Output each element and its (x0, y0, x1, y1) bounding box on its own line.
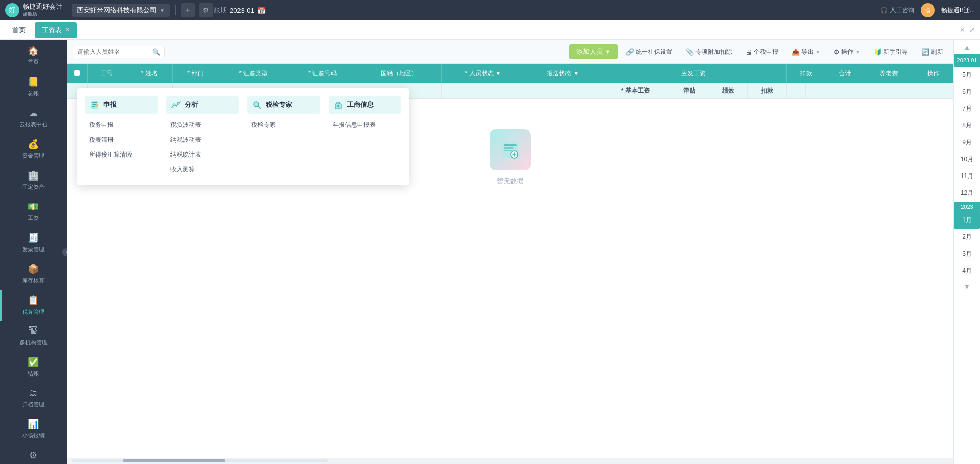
refresh-icon: 🔄 (921, 48, 929, 56)
menu-item-income-calc[interactable]: 收入测算 (166, 162, 239, 177)
menu-item-tax-fluctuation[interactable]: 纳税波动表 (166, 132, 239, 147)
operation-btn[interactable]: ⚙ 操作 ▼ (830, 46, 864, 58)
multi-org-icon: 🏗 (29, 326, 38, 337)
sidebar-item-archive[interactable]: 🗂 归档管理 (0, 383, 67, 413)
sidebar-item-tax[interactable]: 📋 税务管理 (0, 290, 67, 321)
salary-icon: 💵 (28, 201, 39, 212)
guide-toolbar-icon: 🔰 (874, 48, 882, 56)
expert-cat-icon (251, 99, 263, 111)
cal-month-12[interactable]: 12月 (954, 185, 980, 202)
menu-item-tax-expert[interactable]: 税检专家 (247, 118, 320, 132)
menu-item-tax-burden[interactable]: 税负波动表 (166, 118, 239, 132)
sidebar-item-multi-org[interactable]: 🏗 多机构管理 (0, 321, 67, 351)
col-dept: * 部门 (172, 64, 219, 83)
menu-item-annual-report[interactable]: 年报信息申报表 (329, 118, 402, 132)
period-calendar-icon[interactable]: 📅 (257, 7, 266, 14)
refresh-btn[interactable]: 🔄 刷新 (917, 46, 947, 58)
app-logo-icon: 好 (5, 3, 19, 17)
header-actions: ＋ ⚙ (181, 3, 213, 17)
tax-report-icon: 🖨 (746, 48, 752, 56)
inventory-icon: 📦 (28, 263, 39, 275)
sidebar-item-basic[interactable]: ⚙ 基础设置 (0, 445, 67, 464)
search-input-wrap[interactable]: 🔍 (73, 46, 165, 58)
add-staff-button[interactable]: 添加人员 ▼ (569, 44, 618, 59)
export-btn[interactable]: 📤 导出 ▼ (788, 46, 824, 58)
tax-report-btn[interactable]: 🖨 个税申报 (742, 46, 782, 58)
window-restore-btn[interactable]: ⤢ (969, 26, 975, 34)
cal-month-7[interactable]: 7月 (954, 100, 980, 117)
menu-item-income-tax[interactable]: 所得税汇算清缴 (85, 147, 158, 162)
social-security-icon: 🔗 (626, 48, 634, 56)
sidebar-ledger-label: 总账 (28, 90, 39, 97)
tab-salary[interactable]: 工资表 ✕ (35, 22, 77, 38)
cal-prev-btn[interactable]: ▲ (960, 40, 974, 54)
sidebar-item-home[interactable]: 🏠 首页 (0, 40, 67, 71)
cal-month-8[interactable]: 8月 (954, 117, 980, 134)
subcol-report-status (525, 83, 601, 99)
sidebar-item-cloud-report[interactable]: ☁ 云报表中心 (0, 102, 67, 134)
sidebar-item-ledger[interactable]: 📒 总账 (0, 71, 67, 102)
col-deduct-group: 扣款 (787, 64, 825, 83)
menu-item-tax-declare[interactable]: 税务申报 (85, 118, 158, 132)
cal-month-10[interactable]: 10月 (954, 151, 980, 168)
cal-year-2023-marker: 2023 (954, 202, 980, 212)
subcol-other-deduct (806, 83, 825, 99)
subcol-status (442, 83, 525, 99)
menu-cat-declare-title: 申报 (85, 96, 158, 114)
col-id-type: * 证鉴类型 (219, 64, 288, 83)
user-avatar[interactable]: 畅 (921, 3, 935, 17)
sidebar-item-invoice[interactable]: 🧾 发票管理 (0, 227, 67, 258)
subcol-basic-salary: * 基本工资 (601, 83, 670, 99)
guide-btn[interactable]: 🔰 新手引导 (869, 46, 912, 58)
basic-icon: ⚙ (29, 450, 37, 461)
cal-month-6[interactable]: 6月 (954, 83, 980, 100)
tab-home-label: 首页 (12, 26, 26, 35)
scroll-bar-track[interactable] (72, 459, 328, 462)
company-selector[interactable]: 西安虾米网络科技有限公司 ▼ (72, 4, 170, 17)
sidebar-item-salary[interactable]: 💵 工资 (0, 196, 67, 227)
toolbar: 🔍 添加人员 ▼ 🔗 统一社保设置 📎 专项附加扣除 🖨 个税申报 (67, 40, 953, 64)
sidebar-item-inventory[interactable]: 📦 库存核算 (0, 258, 67, 290)
cal-month-11[interactable]: 11月 (954, 168, 980, 185)
svg-point-11 (173, 104, 175, 106)
search-icon: 🔍 (152, 48, 160, 56)
social-security-btn[interactable]: 🔗 统一社保设置 (622, 46, 677, 58)
menu-item-tax-table[interactable]: 税表清册 (85, 132, 158, 147)
add-staff-dropdown-arrow: ▼ (605, 49, 611, 55)
col-report-status: 报送状态 ▼ (525, 64, 601, 83)
add-icon-btn[interactable]: ＋ (181, 3, 195, 17)
svg-rect-1 (504, 144, 517, 146)
top-header: 好 畅捷通好会计 旗舰版 西安虾米网络科技有限公司 ▼ ＋ ⚙ 账期 2023-… (0, 0, 980, 20)
period-label: 账期 (213, 6, 227, 15)
cal-month-1-2023[interactable]: 1月 (954, 212, 980, 229)
col-checkbox[interactable] (67, 64, 88, 83)
tab-salary-close[interactable]: ✕ (65, 27, 70, 33)
tab-home[interactable]: 首页 (5, 22, 33, 38)
special-deduct-btn[interactable]: 📎 专项附加扣除 (682, 46, 736, 58)
select-all-checkbox[interactable] (74, 70, 80, 76)
menu-cat-business-title: 工商信息 (329, 96, 402, 114)
cal-month-4-2023[interactable]: 4月 (954, 262, 980, 279)
sidebar-item-settle[interactable]: ✅ 结账 (0, 351, 67, 383)
col-payable-group: 应发工资 (601, 64, 787, 83)
archive-icon: 🗂 (29, 388, 38, 399)
window-close-btn[interactable]: ✕ (960, 26, 965, 34)
cal-month-3-2023[interactable]: 3月 (954, 246, 980, 262)
cal-month-2-2023[interactable]: 2月 (954, 229, 980, 246)
operation-label: 操作 (841, 48, 854, 56)
cal-month-5[interactable]: 5月 (954, 67, 980, 83)
content-area: 🔍 添加人员 ▼ 🔗 统一社保设置 📎 专项附加扣除 🖨 个税申报 (67, 40, 953, 464)
sidebar-item-xiao-chang[interactable]: 📊 小畅报销 (0, 413, 67, 445)
main-layout: ‹ 🏠 首页 📒 总账 ☁ 云报表中心 💰 资金管理 🏢 固定资产 💵 工资 🧾… (0, 40, 980, 464)
search-input[interactable] (77, 48, 149, 55)
cal-month-9[interactable]: 9月 (954, 134, 980, 151)
settings-icon-btn[interactable]: ⚙ (199, 3, 213, 17)
sidebar-item-fixed-assets[interactable]: 🏢 固定资产 (0, 165, 67, 196)
svg-line-14 (258, 106, 260, 108)
cal-next-btn[interactable]: ▼ (960, 279, 974, 294)
sidebar-item-fund[interactable]: 💰 资金管理 (0, 134, 67, 165)
social-security-label: 统一社保设置 (636, 48, 672, 56)
menu-item-tax-stats[interactable]: 纳税统计表 (166, 147, 239, 162)
customer-service-btn[interactable]: 🎧 人工咨询 (880, 6, 914, 15)
scroll-bar-thumb[interactable] (123, 459, 225, 462)
